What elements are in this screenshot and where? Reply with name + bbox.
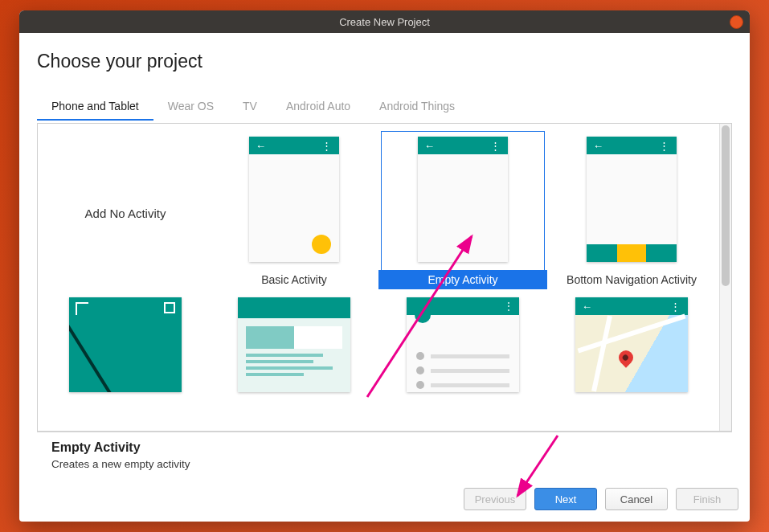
thumbnail: [238, 297, 350, 392]
tab-tv[interactable]: TV: [228, 93, 272, 121]
selection-title: Empty Activity: [51, 440, 718, 455]
selection-info: Empty Activity Creates a new empty activ…: [37, 432, 732, 488]
template-google-maps[interactable]: ← ⋮: [547, 289, 716, 431]
finish-button: Finish: [676, 488, 738, 510]
more-vert-icon: ⋮: [659, 140, 670, 152]
template-bottom-navigation[interactable]: ← ⋮ Bottom Navigation Activity: [547, 129, 716, 289]
dialog-window: Create New Project Choose your project P…: [19, 10, 750, 522]
template-basic-activity[interactable]: ← ⋮ Basic Activity: [210, 129, 378, 289]
desktop-background: Create New Project Choose your project P…: [0, 0, 769, 532]
tab-phone-tablet[interactable]: Phone and Tablet: [37, 93, 153, 121]
selection-description: Creates a new empty activity: [51, 458, 718, 470]
template-label: Basic Activity: [210, 270, 378, 289]
template-gallery-container: Add No Activity ← ⋮ Basic Activity: [37, 123, 732, 432]
thumbnail: ⋮: [407, 297, 519, 392]
template-label: Bottom Navigation Activity: [547, 270, 716, 289]
template-master-detail[interactable]: ⋮: [378, 289, 547, 431]
template-empty-activity[interactable]: ← ⋮ Empty Activity: [378, 129, 547, 289]
thumbnail: ← ⋮: [249, 137, 339, 262]
scrollbar-thumb[interactable]: [722, 125, 730, 286]
back-arrow-icon: ←: [582, 301, 592, 313]
bottom-nav-icon: [587, 244, 677, 262]
tab-wear-os[interactable]: Wear OS: [153, 93, 228, 121]
category-tabs: Phone and Tablet Wear OS TV Android Auto…: [37, 93, 732, 121]
more-vert-icon: ⋮: [321, 140, 333, 152]
template-fragment-viewmodel[interactable]: [210, 289, 378, 431]
template-label: Add No Activity: [85, 207, 166, 220]
template-gallery: Add No Activity ← ⋮ Basic Activity: [38, 124, 719, 431]
titlebar: Create New Project: [19, 10, 750, 33]
template-label: Empty Activity: [378, 270, 547, 289]
back-arrow-icon: ←: [593, 140, 603, 152]
thumbnail: ← ⋮: [575, 297, 688, 392]
thumbnail: [69, 297, 182, 392]
tab-android-things[interactable]: Android Things: [365, 93, 469, 121]
next-button[interactable]: Next: [534, 488, 597, 510]
fab-icon: [312, 235, 331, 254]
thumbnail: ← ⋮: [418, 137, 508, 262]
back-arrow-icon: ←: [256, 140, 266, 152]
dialog-buttons: Previous Next Cancel Finish: [19, 488, 750, 522]
template-no-activity[interactable]: Add No Activity: [41, 129, 210, 289]
map-pin-icon: [616, 347, 636, 367]
more-vert-icon: ⋮: [490, 140, 501, 152]
back-arrow-icon: ←: [424, 140, 435, 152]
more-vert-icon: ⋮: [504, 301, 514, 312]
more-vert-icon: ⋮: [670, 301, 681, 313]
thumbnail: ← ⋮: [587, 137, 677, 262]
previous-button: Previous: [464, 488, 526, 510]
template-fullscreen-activity[interactable]: [41, 289, 210, 431]
avatar-icon: [415, 307, 431, 323]
scrollbar[interactable]: [719, 124, 732, 431]
window-title: Create New Project: [339, 16, 430, 28]
cancel-button[interactable]: Cancel: [605, 488, 668, 510]
dialog-content: Choose your project Phone and Tablet Wea…: [19, 33, 750, 488]
tab-android-auto[interactable]: Android Auto: [272, 93, 365, 121]
page-title: Choose your project: [37, 51, 732, 72]
expand-icon: [76, 302, 88, 315]
expand-icon: [164, 302, 175, 313]
close-icon[interactable]: [730, 15, 743, 29]
